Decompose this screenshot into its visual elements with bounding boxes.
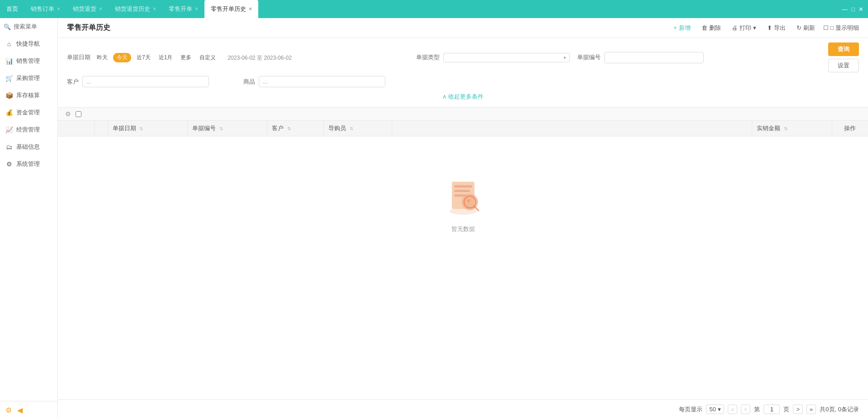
doc-type-field: 单据类型 ▾	[416, 53, 570, 62]
sort-customer-icon[interactable]: ⇅	[287, 126, 291, 131]
last-page-button[interactable]: »	[806, 405, 816, 414]
date-btn-today[interactable]: 今天	[113, 53, 131, 62]
date-btn-custom[interactable]: 自定义	[197, 53, 218, 62]
date-btn-7days[interactable]: 近7天	[134, 53, 153, 62]
page-input[interactable]	[764, 405, 780, 414]
sidebar-item-operations-label: 经营管理	[16, 126, 40, 134]
refresh-button[interactable]: ↻ 刷新	[794, 22, 818, 34]
sort-number-icon[interactable]: ⇅	[219, 126, 223, 131]
sort-amount-icon[interactable]: ⇅	[784, 126, 787, 131]
query-button[interactable]: 查询	[828, 42, 859, 56]
svg-rect-2	[454, 185, 472, 188]
delete-button[interactable]: 🗑 删除	[699, 22, 724, 34]
tab-sales-return[interactable]: 销货退货 ×	[66, 0, 109, 18]
tab-retail-open[interactable]: 零售开单 ×	[162, 0, 204, 18]
sidebar-search[interactable]: 🔍 搜索菜单	[0, 18, 57, 35]
col-date[interactable]: 单据日期 ⇅	[108, 121, 187, 137]
sidebar-item-purchase-mgmt[interactable]: 🛒 采购管理	[0, 70, 57, 87]
select-all-checkbox[interactable]	[76, 111, 81, 117]
first-page-button[interactable]: «	[728, 405, 737, 414]
col-action-label: 操作	[844, 125, 856, 132]
date-field: 单据日期 昨天 今天 近7天 近1月 更多 自定义	[67, 53, 218, 62]
doc-type-select[interactable]: ▾	[443, 53, 570, 62]
tab-sales-return-close[interactable]: ×	[99, 6, 102, 12]
col-number[interactable]: 单据编号 ⇅	[187, 121, 267, 137]
col-customer[interactable]: 客户 ⇅	[267, 121, 324, 137]
tab-home-label: 首页	[6, 5, 18, 13]
col-amount[interactable]: 实销金额 ⇅	[752, 121, 832, 137]
sidebar-item-base-info[interactable]: 🗂 基础信息	[0, 138, 57, 155]
doc-number-label: 单据编号	[577, 53, 601, 61]
tab-retail-open-history[interactable]: 零售开单历史 ×	[204, 0, 258, 18]
search-row-2: 客户 ... 商品 ...	[67, 76, 859, 87]
operations-icon: 📈	[5, 126, 13, 133]
close-button[interactable]: ✕	[859, 6, 863, 13]
export-label: 导出	[774, 24, 786, 32]
date-btn-more[interactable]: 更多	[178, 53, 194, 62]
date-label: 单据日期	[67, 53, 90, 61]
sidebar-item-operations[interactable]: 📈 经营管理	[0, 121, 57, 138]
date-range: 2023-06-02 至 2023-06-02	[228, 54, 291, 62]
print-button[interactable]: 🖨 打印 ▾	[729, 22, 759, 34]
page-size-value: 50	[709, 406, 716, 413]
col-salesperson[interactable]: 导购员 ⇅	[324, 121, 392, 137]
tab-retail-open-history-close[interactable]: ×	[249, 6, 252, 12]
doc-number-input[interactable]	[604, 52, 704, 63]
customer-input[interactable]: ...	[82, 76, 209, 87]
prev-page-button[interactable]: <	[741, 405, 751, 414]
col-number-label: 单据编号	[192, 125, 216, 132]
display-detail-button[interactable]: ☐ □ 显示明细	[823, 24, 859, 32]
sort-date-icon[interactable]: ⇅	[139, 126, 143, 131]
main-layout: 🔍 搜索菜单 ⌂ 快捷导航 📊 销售管理 🛒 采购管理 📦 库存核算 💰 资金管…	[0, 18, 868, 419]
sidebar: 🔍 搜索菜单 ⌂ 快捷导航 📊 销售管理 🛒 采购管理 📦 库存核算 💰 资金管…	[0, 18, 58, 419]
sidebar-item-sales-mgmt-label: 销售管理	[16, 57, 40, 65]
tab-sales-return-history-close[interactable]: ×	[153, 6, 156, 12]
tab-retail-open-close[interactable]: ×	[195, 6, 198, 12]
collapse-icon: ∧	[442, 93, 447, 100]
table-toolbar: ⚙	[58, 108, 868, 121]
sidebar-item-quick-nav[interactable]: ⌂ 快捷导航	[0, 35, 57, 52]
sys-icon: ⚙	[5, 160, 13, 168]
sidebar-item-finance[interactable]: 💰 资金管理	[0, 104, 57, 121]
page-size-select[interactable]: 50 ▾	[706, 405, 724, 414]
collapse-sidebar-icon[interactable]: ◀	[17, 406, 23, 414]
tab-sales-order-close[interactable]: ×	[57, 6, 60, 12]
product-input[interactable]: ...	[259, 76, 385, 87]
new-label: 新增	[679, 24, 691, 32]
export-button[interactable]: ⬆ 导出	[764, 22, 788, 34]
product-field: 商品 ...	[243, 76, 385, 87]
tab-sales-return-history-label: 销货退货历史	[115, 5, 150, 13]
minimize-button[interactable]: —	[842, 6, 848, 13]
new-button[interactable]: + 新增	[671, 22, 693, 34]
search-icon: 🔍	[4, 24, 11, 30]
date-btn-yesterday[interactable]: 昨天	[94, 53, 110, 62]
sort-salesperson-icon[interactable]: ⇅	[350, 126, 353, 131]
action-btn-group: 查询 设置	[828, 42, 859, 72]
sidebar-item-sales-mgmt[interactable]: 📊 销售管理	[0, 52, 57, 70]
sidebar-item-inventory[interactable]: 📦 库存核算	[0, 87, 57, 104]
customer-label: 客户	[67, 78, 79, 86]
sidebar-item-sys-mgmt[interactable]: ⚙ 系统管理	[0, 155, 57, 173]
next-page-button[interactable]: >	[793, 405, 803, 414]
window-controls: — □ ✕	[842, 6, 868, 13]
table-settings-icon[interactable]: ⚙	[65, 110, 71, 118]
settings-bottom-icon[interactable]: ⚙	[5, 406, 12, 414]
tab-sales-return-history[interactable]: 销货退货历史 ×	[109, 0, 162, 18]
new-icon: +	[674, 24, 677, 31]
tab-sales-order[interactable]: 销售订单 ×	[24, 0, 66, 18]
settings-button[interactable]: 设置	[828, 59, 859, 72]
search-row-1: 单据日期 昨天 今天 近7天 近1月 更多 自定义 2023-06-02 至 2…	[67, 42, 859, 72]
toolbar: + 新增 🗑 删除 🖨 打印 ▾ ⬆ 导出 ↻ 刷新	[671, 22, 859, 34]
collapse-bar[interactable]: ∧ 收起更多条件	[67, 91, 859, 103]
col-action: 操作	[832, 121, 868, 137]
date-btn-1month[interactable]: 近1月	[156, 53, 175, 62]
maximize-button[interactable]: □	[851, 6, 855, 13]
tab-home[interactable]: 首页	[0, 0, 24, 18]
export-icon: ⬆	[767, 24, 772, 31]
tab-bar: 首页 销售订单 × 销货退货 × 销货退货历史 × 零售开单 × 零售开单历史 …	[0, 0, 868, 18]
chevron-down-icon: ▾	[564, 55, 566, 60]
tab-sales-order-label: 销售订单	[31, 5, 54, 13]
base-info-icon: 🗂	[5, 143, 13, 151]
delete-label: 删除	[709, 24, 721, 32]
sidebar-item-finance-label: 资金管理	[16, 108, 40, 117]
